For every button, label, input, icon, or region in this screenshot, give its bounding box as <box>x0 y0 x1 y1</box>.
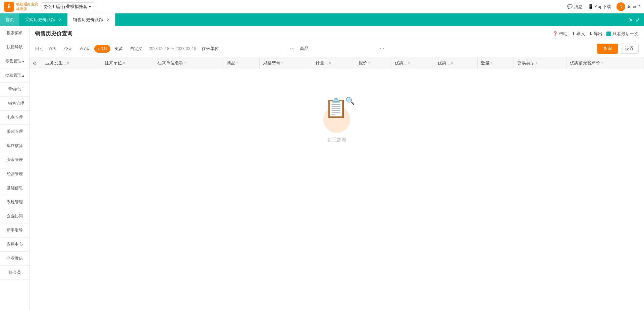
col-unit[interactable]: 计量... ⇅ <box>312 57 355 69</box>
sidebar-item-finance-mgmt[interactable]: 资金管理 <box>0 153 29 167</box>
col-pre-tax[interactable]: 优惠前无税单价 ⇅ <box>566 57 644 69</box>
tab-sales-history[interactable]: 销售历史价跟踪 ✕ <box>67 13 115 26</box>
sidebar-item-inventory-check[interactable]: 库存核算 <box>0 139 29 153</box>
app-download-button[interactable]: 📱 App下载 <box>588 4 611 10</box>
checkbox-icon: ✓ <box>606 32 611 36</box>
date-btn-yesterday[interactable]: 昨天 <box>46 45 60 53</box>
sidebar-item-enterprise-collab[interactable]: 企业协同 <box>0 209 29 223</box>
partner-input[interactable] <box>221 45 288 52</box>
sidebar-item-retail-mgmt[interactable]: 零售管理 ▾ <box>0 54 29 68</box>
date-label: 日期 <box>35 46 44 52</box>
chevron-down-icon: ▾ <box>89 4 91 9</box>
table-header-row: ⚙ 业务发生... ⇅ 往来单位 ⇅ <box>30 57 644 69</box>
sidebar-item-basic-info[interactable]: 基础信息 <box>0 181 29 195</box>
help-button[interactable]: ❓ 帮助 <box>552 31 568 37</box>
only-last-checkbox[interactable]: ✓ 只看最后一次 <box>606 31 639 37</box>
date-buttons: 昨天 今天 近7天 近1月 更多 自定义 <box>46 45 145 53</box>
close-window-icon[interactable]: ✕ <box>629 17 633 23</box>
query-button[interactable]: 查询 <box>597 44 618 54</box>
help-icon: ❓ <box>552 31 558 36</box>
message-button[interactable]: 💬 消息 <box>567 4 583 10</box>
sort-icon: ⇅ <box>535 61 538 65</box>
purchase-tab-label: 采购历史价跟踪 <box>25 17 55 23</box>
sort-icon: ⇅ <box>67 61 69 65</box>
sort-icon: ⇅ <box>490 61 493 65</box>
sidebar-item-member[interactable]: 畅会员 <box>0 266 29 280</box>
avatar: D <box>616 2 625 11</box>
message-icon: 💬 <box>567 4 573 9</box>
col-biz-date[interactable]: 业务发生... ⇅ <box>42 57 101 69</box>
col-discount2[interactable]: 优惠... ⇅ <box>434 57 477 69</box>
app-selector[interactable]: 办公用品行业模拟账套 ▾ <box>41 2 94 11</box>
empty-illustration: 📋 🔍 <box>318 96 355 133</box>
sort-icon: ⇅ <box>236 61 239 65</box>
chevron-down-icon: ▾ <box>22 59 24 64</box>
col-partner-name[interactable]: 往来单位名称 ⇅ <box>154 57 223 69</box>
tab-bar: 首页 采购历史价跟踪 ✕ 销售历史价跟踪 ✕ ✕ ⤢ <box>0 13 644 26</box>
product-dots[interactable]: ··· <box>380 46 384 52</box>
export-button[interactable]: ⬇ 导出 <box>589 31 602 37</box>
app-name-label: 办公用品行业模拟账套 <box>44 4 88 10</box>
close-tab-sales-icon[interactable]: ✕ <box>107 17 110 22</box>
sidebar-item-sales-mgmt[interactable]: 销售管理 <box>0 97 29 111</box>
col-trade-type[interactable]: 交易类型 ⇅ <box>514 57 566 69</box>
logo-area: 6 畅捷通好生意 标准版 <box>4 2 38 12</box>
empty-row: 📋 🔍 暂无数据 <box>30 69 644 170</box>
logo-text: 畅捷通好生意 标准版 <box>16 2 38 11</box>
empty-state: 📋 🔍 暂无数据 <box>30 69 644 170</box>
col-product[interactable]: 商品 ⇅ <box>223 57 259 69</box>
user-menu[interactable]: D demo2 <box>616 2 640 11</box>
page-title: 销售历史价查询 <box>35 30 72 37</box>
col-quantity[interactable]: 数量 ⇅ <box>477 57 514 69</box>
filter-bar: 日期 昨天 今天 近7天 近1月 更多 自定义 2023-02-18 至 202… <box>30 40 644 57</box>
product-input[interactable] <box>311 45 378 52</box>
col-quote[interactable]: 报价 ⇅ <box>355 57 391 69</box>
sidebar-item-quick-nav[interactable]: 快捷导航 <box>0 40 29 54</box>
username-label: demo2 <box>627 4 640 9</box>
sidebar-item-new-guide[interactable]: 新手引导 <box>0 223 29 238</box>
import-button[interactable]: ⬆ 导入 <box>572 31 585 37</box>
sidebar: 搜索菜单 快捷导航 零售管理 ▾ 批发管理 ▴ 营销推广 销售管理 电商管理 采… <box>0 26 30 310</box>
sidebar-item-marketing[interactable]: 营销推广 <box>0 83 29 97</box>
col-discount1[interactable]: 优惠... ⇅ <box>391 57 434 69</box>
chevron-up-icon: ▴ <box>22 73 24 78</box>
sidebar-item-search-menu[interactable]: 搜索菜单 <box>0 26 29 40</box>
date-btn-7days[interactable]: 近7天 <box>76 45 93 53</box>
sidebar-item-enterprise-wechat[interactable]: 企业微信 <box>0 252 29 266</box>
date-btn-more[interactable]: 更多 <box>112 45 126 53</box>
date-filter-group: 日期 昨天 今天 近7天 近1月 更多 自定义 2023-02-18 至 202… <box>35 45 196 53</box>
sort-icon: ⇅ <box>281 61 284 65</box>
content-area: 销售历史价查询 ❓ 帮助 ⬆ 导入 ⬇ 导出 ✓ 只看最后一次 <box>30 26 644 310</box>
tab-home[interactable]: 首页 <box>0 13 19 26</box>
sidebar-item-ecommerce-mgmt[interactable]: 电商管理 <box>0 111 29 125</box>
table-container: ⚙ 业务发生... ⇅ 往来单位 ⇅ <box>30 57 644 310</box>
empty-doc-icon: 📋 <box>324 99 348 117</box>
date-btn-custom[interactable]: 自定义 <box>127 45 145 53</box>
partner-dots[interactable]: ··· <box>290 46 294 52</box>
page-header-actions: ❓ 帮助 ⬆ 导入 ⬇ 导出 ✓ 只看最后一次 <box>552 31 639 37</box>
sidebar-item-system-mgmt[interactable]: 系统管理 <box>0 195 29 209</box>
sidebar-item-wholesale-mgmt[interactable]: 批发管理 ▴ <box>0 68 29 83</box>
col-settings: ⚙ <box>30 57 42 69</box>
sidebar-item-app-center[interactable]: 应用中心 <box>0 238 29 252</box>
settings-icon[interactable]: ⚙ <box>33 61 37 66</box>
date-btn-today[interactable]: 今天 <box>61 45 75 53</box>
date-btn-1month[interactable]: 近1月 <box>94 45 111 53</box>
page-header: 销售历史价查询 ❓ 帮助 ⬆ 导入 ⬇ 导出 ✓ 只看最后一次 <box>30 26 644 40</box>
sidebar-item-operation-mgmt[interactable]: 经营管理 <box>0 167 29 181</box>
top-bar-left: 6 畅捷通好生意 标准版 办公用品行业模拟账套 ▾ <box>4 2 94 12</box>
date-range-display: 2023-02-18 至 2023-03-18 <box>149 46 196 52</box>
col-spec[interactable]: 规格型号 ⇅ <box>259 57 312 69</box>
sales-tab-label: 销售历史价跟踪 <box>73 17 103 23</box>
sort-icon: ⇅ <box>184 61 187 65</box>
close-tab-purchase-icon[interactable]: ✕ <box>59 17 62 22</box>
sort-icon: ⇅ <box>601 61 604 65</box>
col-partner-code[interactable]: 往来单位 ⇅ <box>101 57 154 69</box>
empty-text: 暂无数据 <box>327 137 346 143</box>
sidebar-item-purchase-mgmt[interactable]: 采购管理 <box>0 125 29 139</box>
tab-purchase-history[interactable]: 采购历史价跟踪 ✕ <box>19 13 67 26</box>
settings-button[interactable]: 设置 <box>620 44 639 54</box>
main-layout: 搜索菜单 快捷导航 零售管理 ▾ 批发管理 ▴ 营销推广 销售管理 电商管理 采… <box>0 26 644 310</box>
maximize-icon[interactable]: ⤢ <box>636 17 640 23</box>
import-icon: ⬆ <box>572 31 575 36</box>
